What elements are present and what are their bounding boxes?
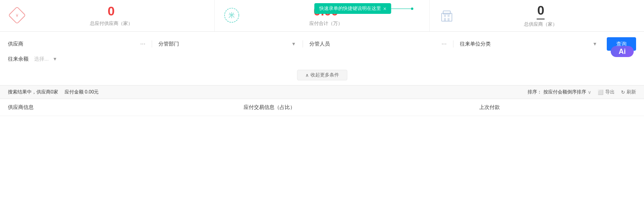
svg-text:¥: ¥ <box>15 13 19 17</box>
svg-rect-4 <box>442 13 452 21</box>
tooltip-dot <box>410 7 414 11</box>
refresh-icon: ↻ <box>621 90 625 95</box>
manager-label: 分管人员 <box>309 40 330 48</box>
unit-category-filter: 往来单位分类 ▼ <box>453 40 604 48</box>
stats-bar: ¥ 0 总应付供应商（家） 米 快速录单的快捷键说明在这里 × 0.00 应付合… <box>0 0 644 32</box>
piggy-icon: 米 <box>223 6 241 24</box>
main-content: 供应商信息 应付交易信息（占比） 上次付款 <box>0 99 644 204</box>
svg-rect-5 <box>444 15 446 17</box>
table-header: 供应商信息 应付交易信息（占比） 上次付款 <box>0 99 644 116</box>
results-summary: 搜索结果中，供应商0家 应付金额 0.00元 <box>8 89 99 95</box>
ai-label: Ai <box>619 48 626 56</box>
results-bar: 搜索结果中，供应商0家 应付金额 0.00元 排序： 按应付会额倒序排序 ∨ ⬜… <box>0 86 644 99</box>
results-actions: 排序： 按应付会额倒序排序 ∨ ⬜ 导出 ↻ 刷新 <box>528 89 636 95</box>
collapse-bar: ∧ 收起更多条件 <box>8 67 636 85</box>
department-filter: 分管部门 ▼ <box>152 40 303 48</box>
manager-dots[interactable]: ··· <box>441 40 446 48</box>
department-label: 分管部门 <box>158 40 179 48</box>
amount-summary: 应付金额 0.00元 <box>65 89 99 95</box>
filter-bar: 供应商 ··· 分管部门 ▼ 分管人员 ··· 往来单位分类 ▼ 查询 往来余额… <box>0 32 644 86</box>
supplier-dots[interactable]: ··· <box>140 40 145 48</box>
svg-rect-6 <box>448 15 450 17</box>
col-last-payment: 上次付款 <box>479 104 636 111</box>
department-input[interactable] <box>182 41 290 47</box>
svg-rect-7 <box>444 18 446 21</box>
unit-category-input[interactable] <box>494 41 591 47</box>
filter-row-1: 供应商 ··· 分管部门 ▼ 分管人员 ··· 往来单位分类 ▼ 查询 <box>8 37 636 51</box>
unit-category-label: 往来单位分类 <box>460 40 491 48</box>
payable-suppliers-label: 总应付供应商（家） <box>90 20 133 27</box>
manager-filter: 分管人员 ··· <box>303 40 453 48</box>
stat-payable-total: 米 快速录单的快捷键说明在这里 × 0.00 应付合计（万） <box>215 0 429 31</box>
payable-total-label: 应付合计（万） <box>309 20 343 27</box>
sort-selector[interactable]: 排序： 按应付会额倒序排序 ∨ <box>528 89 591 95</box>
svg-rect-8 <box>448 18 450 21</box>
department-dropdown-icon[interactable]: ▼ <box>292 41 296 47</box>
sort-value: 按应付会额倒序排序 <box>543 89 586 95</box>
ai-badge[interactable]: Ai <box>611 46 634 57</box>
payable-suppliers-count: 0 <box>108 4 115 18</box>
building-icon <box>438 6 456 24</box>
unit-category-dropdown-icon[interactable]: ▼ <box>593 41 597 47</box>
balance-placeholder: 选择... <box>34 55 49 63</box>
col-supplier-info: 供应商信息 <box>8 104 244 111</box>
balance-label: 往来余额 <box>8 55 29 63</box>
refresh-button[interactable]: ↻ 刷新 <box>621 89 636 95</box>
stat-total-payable-suppliers: ¥ 0 总应付供应商（家） <box>0 0 215 31</box>
tooltip-text: 快速录单的快捷键说明在这里 <box>319 5 381 12</box>
filter-row-2: 往来余额 选择... ▼ <box>8 55 636 63</box>
tooltip-close-btn[interactable]: × <box>383 6 387 12</box>
svg-rect-9 <box>443 11 450 14</box>
sort-label: 排序： <box>528 89 542 95</box>
stat-total-suppliers: 0 总供应商（家） <box>430 0 644 31</box>
collapse-icon: ∧ <box>305 72 309 78</box>
refresh-label: 刷新 <box>627 89 636 95</box>
export-button[interactable]: ⬜ 导出 <box>598 89 615 95</box>
total-suppliers-label: 总供应商（家） <box>524 21 557 28</box>
supplier-filter: 供应商 ··· <box>8 40 152 48</box>
collapse-button[interactable]: ∧ 收起更多条件 <box>297 70 347 80</box>
balance-filter: 往来余额 选择... ▼ <box>8 55 57 63</box>
manager-input[interactable] <box>333 41 440 47</box>
col-transaction-info: 应付交易信息（占比） <box>244 104 479 111</box>
supplier-input[interactable] <box>27 41 139 47</box>
total-suppliers-count: 0 <box>537 4 545 19</box>
sort-dropdown-icon[interactable]: ∨ <box>588 90 591 95</box>
tooltip-bubble: 快速录单的快捷键说明在这里 × <box>314 3 391 14</box>
table-body <box>0 116 644 195</box>
search-summary: 搜索结果中，供应商0家 <box>8 89 58 95</box>
diamond-icon: ¥ <box>8 6 26 24</box>
export-label: 导出 <box>605 89 615 95</box>
export-icon: ⬜ <box>598 90 604 95</box>
svg-text:米: 米 <box>229 11 235 18</box>
supplier-label: 供应商 <box>8 40 23 48</box>
collapse-label: 收起更多条件 <box>311 72 339 78</box>
balance-dropdown-icon[interactable]: ▼ <box>53 56 57 62</box>
